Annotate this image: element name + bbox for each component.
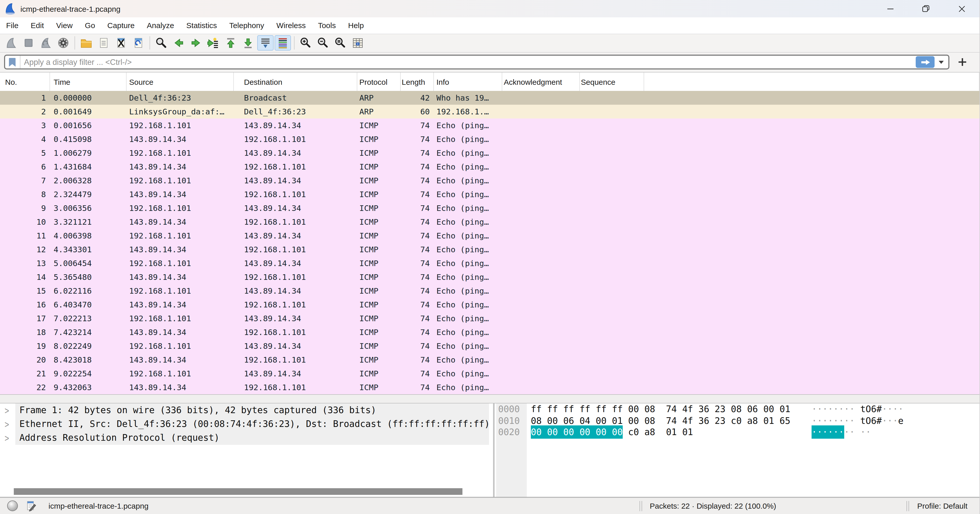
- packet-protocol: ARP: [357, 107, 401, 116]
- menu-item-analyze[interactable]: Analyze: [141, 18, 180, 34]
- apply-filter-button[interactable]: [916, 56, 935, 68]
- packet-source: 192.168.1.101: [127, 369, 234, 378]
- packet-source: Dell_4f:36:23: [127, 93, 234, 102]
- packet-row-3[interactable]: 30.001656192.168.1.101143.89.14.34ICMP74…: [0, 118, 980, 132]
- auto-scroll-button[interactable]: [257, 35, 274, 51]
- detail-row[interactable]: >Ethernet II, Src: Dell_4f:36:23 (00:08:…: [0, 417, 493, 431]
- column-header-no[interactable]: No.: [0, 72, 50, 91]
- packet-row-15[interactable]: 156.022116192.168.1.101143.89.14.34ICMP7…: [0, 284, 980, 298]
- menu-item-tools[interactable]: Tools: [312, 18, 342, 34]
- column-header-info[interactable]: Info: [434, 72, 502, 91]
- packet-row-12[interactable]: 124.343301143.89.14.34192.168.1.101ICMP7…: [0, 243, 980, 256]
- packet-info: Echo (ping…: [434, 204, 502, 213]
- menu-item-edit[interactable]: Edit: [24, 18, 50, 34]
- column-header-source[interactable]: Source: [127, 72, 234, 91]
- packet-row-11[interactable]: 114.006398192.168.1.101143.89.14.34ICMP7…: [0, 229, 980, 243]
- menu-item-wireless[interactable]: Wireless: [270, 18, 312, 34]
- ascii-run: ········: [811, 415, 855, 426]
- filter-history-dropdown[interactable]: [938, 60, 944, 64]
- go-last-button[interactable]: [240, 35, 256, 51]
- packet-row-5[interactable]: 51.006279192.168.1.101143.89.14.34ICMP74…: [0, 146, 980, 160]
- hex-row-0020[interactable]: 002000 00 00 00 00 00 c0 a8 01 01·······…: [495, 426, 980, 438]
- zoom-in-button[interactable]: [298, 35, 314, 51]
- open-file-button[interactable]: [78, 35, 94, 51]
- zoom-original-button[interactable]: [332, 35, 348, 51]
- packet-row-17[interactable]: 177.022213192.168.1.101143.89.14.34ICMP7…: [0, 311, 980, 325]
- filter-bookmark-icon[interactable]: [5, 57, 20, 68]
- packet-time: 8.022249: [50, 342, 127, 351]
- scrollbar-thumb[interactable]: [14, 488, 463, 495]
- packet-row-22[interactable]: 229.432063143.89.14.34192.168.1.101ICMP7…: [0, 380, 980, 394]
- go-back-button[interactable]: [170, 35, 187, 51]
- column-header-destination[interactable]: Destination: [234, 72, 357, 91]
- packet-no: 18: [0, 327, 50, 337]
- zoom-out-button[interactable]: [315, 35, 331, 51]
- packet-no: 12: [0, 245, 50, 254]
- colorize-button[interactable]: [275, 35, 291, 51]
- minimize-button[interactable]: [872, 0, 908, 18]
- menu-item-go[interactable]: Go: [79, 18, 101, 34]
- packet-no: 22: [0, 383, 50, 392]
- pane-splitter[interactable]: [0, 394, 980, 404]
- packet-row-16[interactable]: 166.403470143.89.14.34192.168.1.101ICMP7…: [0, 298, 980, 311]
- packet-row-8[interactable]: 82.324479143.89.14.34192.168.1.101ICMP74…: [0, 187, 980, 201]
- packet-row-20[interactable]: 208.423018143.89.14.34192.168.1.101ICMP7…: [0, 353, 980, 367]
- hex-row-0000[interactable]: 0000ff ff ff ff ff ff 00 08 74 4f 36 23 …: [495, 404, 980, 415]
- details-horizontal-scrollbar[interactable]: [0, 487, 493, 495]
- go-last-icon: [242, 37, 255, 49]
- menu-item-telephony[interactable]: Telephony: [223, 18, 270, 34]
- capture-comment-icon[interactable]: [26, 500, 36, 511]
- find-packet-button[interactable]: [153, 35, 169, 51]
- detail-row[interactable]: >Frame 1: 42 bytes on wire (336 bits), 4…: [0, 404, 493, 417]
- close-button[interactable]: [944, 0, 980, 18]
- packet-row-6[interactable]: 61.431684143.89.14.34192.168.1.101ICMP74…: [0, 160, 980, 174]
- packet-row-9[interactable]: 93.006356192.168.1.101143.89.14.34ICMP74…: [0, 201, 980, 215]
- expert-info-icon[interactable]: [7, 500, 18, 511]
- column-header-sequence[interactable]: Sequence: [580, 72, 644, 91]
- column-header-length[interactable]: Length: [401, 72, 434, 91]
- packet-row-14[interactable]: 145.365480143.89.14.34192.168.1.101ICMP7…: [0, 270, 980, 284]
- status-profile[interactable]: Profile: Default: [917, 501, 967, 510]
- expand-chevron-icon[interactable]: >: [5, 429, 9, 447]
- packet-row-10[interactable]: 103.321121143.89.14.34192.168.1.101ICMP7…: [0, 215, 980, 229]
- menu-item-view[interactable]: View: [50, 18, 79, 34]
- reload-file-button[interactable]: [130, 35, 146, 51]
- go-forward-button[interactable]: [188, 35, 204, 51]
- go-to-packet-button[interactable]: [205, 35, 221, 51]
- menu-item-help[interactable]: Help: [342, 18, 370, 34]
- display-filter-field[interactable]: [4, 55, 950, 70]
- go-first-button[interactable]: [223, 35, 239, 51]
- menu-item-capture[interactable]: Capture: [101, 18, 141, 34]
- packet-row-19[interactable]: 198.022249192.168.1.101143.89.14.34ICMP7…: [0, 339, 980, 353]
- packet-length: 74: [401, 383, 434, 392]
- packet-time: 4.343301: [50, 245, 127, 254]
- packet-row-2[interactable]: 20.001649LinksysGroup_da:af:…Dell_4f:36:…: [0, 105, 980, 118]
- packet-row-1[interactable]: 10.000000Dell_4f:36:23BroadcastARP42Who …: [0, 91, 980, 105]
- column-header-time[interactable]: Time: [50, 72, 127, 91]
- menu-item-statistics[interactable]: Statistics: [180, 18, 223, 34]
- hex-row-0010[interactable]: 001008 00 06 04 00 01 00 08 74 4f 36 23 …: [495, 415, 980, 426]
- go-back-icon: [172, 37, 185, 49]
- restore-button[interactable]: [908, 0, 944, 18]
- detail-row[interactable]: >Address Resolution Protocol (request): [0, 431, 493, 445]
- packet-row-7[interactable]: 72.006328192.168.1.101143.89.14.34ICMP74…: [0, 174, 980, 187]
- start-capture-icon: [5, 37, 18, 49]
- packet-destination: 143.89.14.34: [234, 342, 357, 351]
- packet-row-13[interactable]: 135.006454192.168.1.101143.89.14.34ICMP7…: [0, 256, 980, 270]
- minimize-icon: [887, 5, 894, 12]
- ascii-run: ···: [882, 415, 898, 426]
- menu-item-file[interactable]: File: [0, 18, 24, 34]
- add-filter-button-button[interactable]: [955, 55, 969, 69]
- column-header-protocol[interactable]: Protocol: [357, 72, 401, 91]
- resize-columns-button[interactable]: [350, 35, 366, 51]
- packet-no: 2: [0, 107, 50, 116]
- packet-time: 9.432063: [50, 383, 127, 392]
- close-file-button[interactable]: [113, 35, 129, 51]
- save-file-button: [95, 35, 112, 51]
- packet-row-18[interactable]: 187.423214143.89.14.34192.168.1.101ICMP7…: [0, 325, 980, 339]
- column-header-acknowledgment[interactable]: Acknowledgment: [502, 72, 580, 91]
- hex-byte-run: ff ff ff ff ff ff 00 08 74 4f 36 23 08 0…: [531, 404, 791, 414]
- display-filter-input[interactable]: [21, 58, 916, 67]
- packet-row-21[interactable]: 219.022254192.168.1.101143.89.14.34ICMP7…: [0, 367, 980, 380]
- packet-row-4[interactable]: 40.415098143.89.14.34192.168.1.101ICMP74…: [0, 132, 980, 146]
